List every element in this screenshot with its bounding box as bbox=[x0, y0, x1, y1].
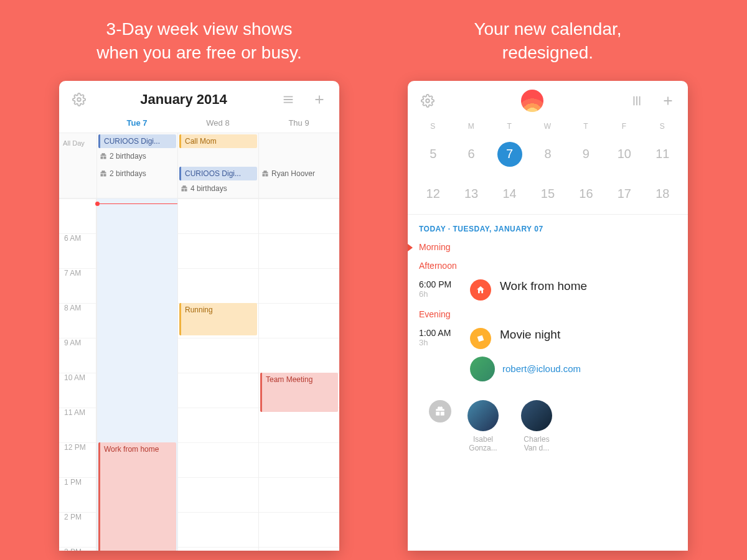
agenda-event[interactable]: 1:00 AM 3h Movie night bbox=[419, 328, 677, 349]
hour-label: 12 PM bbox=[59, 442, 96, 477]
allday-event[interactable]: Ryan Hoover bbox=[260, 167, 338, 180]
hour-label bbox=[59, 198, 96, 233]
attendee-row[interactable]: robert@icloud.com bbox=[470, 357, 677, 381]
date-cell[interactable]: 12 bbox=[414, 180, 452, 208]
day-column[interactable]: Work from home bbox=[96, 198, 177, 551]
allday-event[interactable]: CURIOOS Digi... bbox=[98, 134, 176, 148]
date-cell[interactable]: 6 bbox=[452, 141, 490, 168]
sunrise-logo-icon bbox=[521, 90, 543, 112]
date-cell[interactable]: 10 bbox=[605, 141, 643, 168]
day-column[interactable]: Team Meeting bbox=[258, 198, 339, 551]
day-header-wed[interactable]: Wed 8 bbox=[177, 118, 258, 128]
agenda-view-screen: SMTWTFS 56789101112131415161718 TODAY · … bbox=[408, 81, 688, 551]
allday-event[interactable]: 4 birthdays bbox=[179, 182, 257, 195]
hour-label: 6 AM bbox=[59, 233, 96, 268]
date-cell[interactable]: 15 bbox=[529, 180, 566, 208]
allday-label: All Day bbox=[59, 133, 96, 166]
date-cell[interactable]: 18 bbox=[644, 180, 682, 208]
event-title: Work from home bbox=[500, 279, 587, 293]
birthday-person[interactable]: Charles Van d... bbox=[515, 400, 558, 453]
avatar bbox=[467, 400, 499, 431]
hour-label: 7 AM bbox=[59, 268, 96, 303]
list-view-icon[interactable] bbox=[278, 90, 298, 110]
weekday-label: F bbox=[605, 122, 643, 131]
allday-event[interactable]: 2 birthdays bbox=[98, 149, 176, 163]
allday-event[interactable]: Call Mom bbox=[179, 134, 257, 148]
hour-label: 10 AM bbox=[59, 373, 96, 408]
weekday-label: T bbox=[567, 122, 605, 131]
avatar bbox=[521, 400, 552, 431]
add-event-icon[interactable] bbox=[658, 91, 678, 111]
weekday-label: S bbox=[644, 122, 682, 131]
attendee-email[interactable]: robert@icloud.com bbox=[502, 363, 581, 374]
settings-icon[interactable] bbox=[418, 91, 438, 111]
event-time: 1:00 AM bbox=[419, 328, 461, 338]
timed-event[interactable]: Team Meeting bbox=[260, 373, 338, 412]
section-morning: Morning bbox=[419, 242, 677, 252]
weekday-label: W bbox=[529, 122, 566, 131]
hour-label: 11 AM bbox=[59, 408, 96, 442]
date-cell[interactable]: 17 bbox=[605, 180, 643, 208]
weekday-label: S bbox=[414, 122, 452, 131]
section-evening: Evening bbox=[419, 309, 677, 319]
three-day-view-screen: January 2014 Tue 7 Wed 8 Thu 9 All Day bbox=[59, 81, 339, 551]
gift-icon bbox=[429, 400, 451, 422]
date-cell[interactable]: 5 bbox=[414, 141, 452, 168]
svg-point-6 bbox=[426, 99, 430, 103]
date-cell[interactable]: 14 bbox=[491, 180, 529, 208]
home-icon bbox=[470, 279, 491, 301]
event-time: 6:00 PM bbox=[419, 279, 461, 289]
avatar bbox=[470, 357, 495, 381]
day-column[interactable]: Running bbox=[177, 198, 258, 551]
date-cell[interactable]: 11 bbox=[644, 141, 682, 168]
date-cell[interactable]: 7 bbox=[491, 141, 529, 168]
date-cell[interactable]: 16 bbox=[567, 180, 605, 208]
event-duration: 3h bbox=[419, 338, 461, 347]
column-view-icon[interactable] bbox=[627, 91, 647, 111]
event-title: Movie night bbox=[500, 328, 560, 342]
weekday-label: M bbox=[452, 122, 490, 131]
person-name: Isabel Gonza... bbox=[469, 435, 497, 453]
settings-icon[interactable] bbox=[69, 90, 89, 110]
event-duration: 6h bbox=[419, 289, 461, 299]
hour-label: 2 PM bbox=[59, 512, 96, 547]
date-cell[interactable]: 9 bbox=[567, 141, 605, 168]
day-header-thu[interactable]: Thu 9 bbox=[258, 118, 339, 128]
day-header-tue[interactable]: Tue 7 bbox=[96, 118, 177, 128]
today-label: TODAY · TUESDAY, JANUARY 07 bbox=[419, 225, 677, 233]
timed-event[interactable]: Work from home bbox=[98, 442, 176, 551]
birthday-person[interactable]: Isabel Gonza... bbox=[461, 400, 505, 453]
date-cell[interactable]: 13 bbox=[452, 180, 490, 208]
hour-label: 3 PM bbox=[59, 547, 96, 551]
right-headline: Your new calendar, redesigned. bbox=[474, 17, 621, 65]
hour-label: 1 PM bbox=[59, 477, 96, 512]
weekday-label: T bbox=[491, 122, 529, 131]
agenda-event[interactable]: 6:00 PM 6h Work from home bbox=[419, 279, 677, 301]
hour-label: 8 AM bbox=[59, 303, 96, 338]
add-event-icon[interactable] bbox=[309, 90, 329, 110]
allday-event[interactable]: CURIOOS Digi... bbox=[179, 167, 257, 180]
timed-event[interactable]: Running bbox=[179, 303, 257, 335]
month-title[interactable]: January 2014 bbox=[140, 91, 227, 108]
section-afternoon: Afternoon bbox=[419, 261, 677, 271]
ticket-icon bbox=[470, 328, 491, 349]
date-cell[interactable]: 8 bbox=[529, 141, 566, 168]
left-headline: 3-Day week view shows when you are free … bbox=[96, 17, 301, 65]
svg-point-0 bbox=[77, 98, 81, 101]
allday-event[interactable]: 2 birthdays bbox=[98, 167, 176, 180]
hour-label: 9 AM bbox=[59, 338, 96, 373]
person-name: Charles Van d... bbox=[524, 435, 549, 453]
